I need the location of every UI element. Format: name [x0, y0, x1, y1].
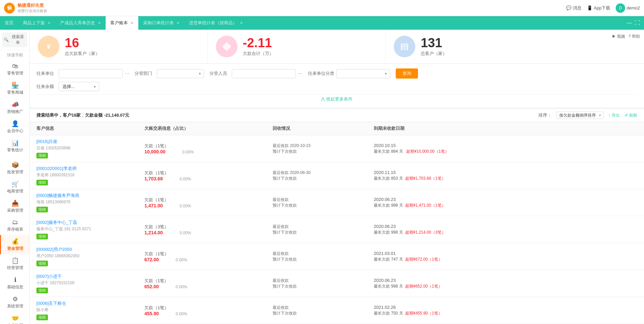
sidebar-item-capital[interactable]: 💰 资金管理 — [0, 235, 29, 254]
debt-amount-3: 1,471.00 — [144, 203, 163, 208]
sidebar-item-retail-mall[interactable]: 🏪 零售商城 — [0, 79, 29, 98]
customer-name-3[interactable]: [0003]畅捷服务尹海燕 — [36, 193, 79, 198]
person-input[interactable] — [232, 69, 296, 78]
sidebar-item-inventory[interactable]: 🗂 库存核算 — [0, 216, 29, 235]
from-unit-input[interactable] — [59, 69, 123, 78]
table-row: [0002]服务中心_丁磊 服务中心_丁磊 181 0125 8371 现销 欠… — [30, 216, 644, 243]
filter-collapse-btn[interactable]: ⋀ 收起更多条件 — [36, 94, 637, 105]
tab-close-product-history[interactable]: ✕ — [98, 21, 101, 25]
customer-name-7[interactable]: [0006]丢下粮仓 — [36, 301, 66, 306]
video-btn[interactable]: ▶ 视频 — [612, 34, 625, 39]
debt-count-4: 欠款（3笔） — [144, 224, 273, 230]
tab-customer-account[interactable]: 客户账本 ✕ — [106, 16, 138, 30]
debt-percent-5: 0.00% — [176, 258, 187, 262]
tag-1: 现销 — [36, 153, 48, 158]
customer-name-4[interactable]: [0002]服务中心_丁磊 — [36, 220, 77, 225]
tab-product-history[interactable]: 产成品入库单历史 ✕ — [55, 16, 106, 30]
svg-marker-1 — [222, 42, 231, 51]
retail-stats-icon: 📊 — [3, 139, 27, 147]
sidebar-item-purchase[interactable]: 📥 采购管理 — [0, 197, 29, 216]
debt-percent-7: 0.00% — [176, 312, 187, 316]
stat-info-total: 131 总客户（家） — [421, 36, 447, 57]
debt-percent-6: 0.00% — [176, 285, 187, 289]
dept-select[interactable] — [157, 69, 204, 78]
overdue-link-6[interactable]: 超期¥652.00（1笔） — [405, 284, 442, 289]
recover-cell-4: 最近收款 预计下次收款 — [273, 224, 374, 235]
tab-import-stats[interactable]: 进货单统计表（按商品） ✕ — [184, 16, 248, 30]
stat-debt-amount: -2.11 欠款合计（万） — [208, 30, 386, 63]
debt-customers-label: 总欠款客户（家） — [65, 51, 100, 57]
sidebar-item-enterprise-coop[interactable]: 🤝 企业协同 — [0, 312, 29, 324]
tab-home[interactable]: 首页 — [0, 16, 18, 30]
tab-close-import-stats[interactable]: ✕ — [240, 21, 243, 25]
sidebar-item-nav: 快捷导航 — [0, 50, 29, 60]
sidebar-item-member[interactable]: 👤 会员中心 — [0, 117, 29, 137]
recover-cell-5: 最近收款 预计下次收款 — [273, 251, 374, 262]
sidebar-search-btn[interactable]: 🔍 搜索菜单 — [2, 32, 27, 47]
help-icon: ? — [628, 34, 631, 39]
sidebar-item-basic-info[interactable]: ℹ 基础信息 — [0, 273, 29, 293]
unit-class-select[interactable] — [336, 69, 390, 78]
col-due-date: 到期未收款日期 — [374, 125, 637, 131]
total-customers-num: 131 — [421, 36, 447, 49]
col-customer-info: 客户信息 — [36, 125, 144, 131]
member-icon: 👤 — [3, 120, 27, 127]
customer-cell-7: [0006]丢下粮仓 陈小希 现销 — [36, 300, 144, 320]
tab-close-customer-account[interactable]: ✕ — [131, 21, 134, 25]
debt-count-7: 欠款（1笔） — [144, 305, 273, 311]
filter-row-2: 往来余额 选择... — [36, 82, 637, 91]
results-bar: 搜索结果中，客户16家，欠款金额 -21,148.07元 排序： 按欠款金额倒序… — [30, 109, 644, 122]
export-btn[interactable]: ↑ 导出 — [608, 113, 620, 118]
user-profile[interactable]: D demo2 — [616, 3, 640, 13]
sidebar-item-retail-mgmt[interactable]: 🛍 零售管理 — [0, 60, 29, 79]
subtitle: 母婴行业演示账套 — [18, 8, 47, 13]
tab-close-purchase-order[interactable]: ✕ — [176, 21, 179, 25]
customer-cell-6: [0007]小进干 小进干 18279152100 现销 — [36, 273, 144, 293]
balance-select[interactable]: 选择... — [59, 82, 99, 91]
sidebar-item-batch-mgmt[interactable]: 📦 批发管理 — [0, 158, 29, 178]
app-download-btn[interactable]: 📱 App下载 — [587, 5, 610, 11]
tag-7: 现销 — [36, 315, 48, 320]
sidebar-item-ecommerce[interactable]: 🛒 电商管理 — [0, 178, 29, 197]
debt-count-2: 欠款（1笔） — [144, 170, 273, 176]
query-btn[interactable]: 查询 — [396, 68, 418, 79]
debt-percent-2: 0.00% — [180, 177, 191, 181]
overdue-link-7[interactable]: 超期¥455.90（1笔） — [405, 311, 442, 316]
help-btn[interactable]: ? 帮助 — [628, 34, 640, 39]
enterprise-coop-icon: 🤝 — [3, 315, 27, 322]
ecommerce-icon: 🛒 — [3, 180, 27, 188]
customer-name-2[interactable]: [0001020001]李老师 — [36, 166, 77, 171]
tab-purchase-order[interactable]: 采购订单统计表 ✕ — [138, 16, 184, 30]
sidebar-item-retail-stats[interactable]: 📊 零售统计 — [0, 137, 29, 156]
customer-name-5[interactable]: [000002]用户2050 — [36, 247, 72, 252]
stat-icon-yuan: ¥ — [38, 36, 59, 57]
overdue-link-1[interactable]: 超期¥10,000.00（1笔） — [406, 149, 449, 154]
sidebar-item-business[interactable]: 📋 经营管理 — [0, 254, 29, 273]
top-right: 💬 消息 📱 App下载 D demo2 — [566, 3, 640, 13]
sidebar-item-system[interactable]: ⚙ 系统管理 — [0, 293, 29, 312]
minimize-icon[interactable]: — — [626, 20, 632, 26]
overdue-link-5[interactable]: 超期¥672.00（1笔） — [405, 257, 442, 262]
overdue-link-3[interactable]: 超期¥1,471.00（1笔） — [405, 203, 446, 208]
filter-dept: 分管部门 — [135, 69, 204, 78]
refresh-btn[interactable]: ↺ 刷新 — [624, 113, 637, 118]
col-debt-info: 欠账交易信息（占比） — [144, 125, 273, 131]
overdue-cell-5: 2021.03.01 最长欠款 747 天超期¥672.00（1笔） — [374, 251, 637, 262]
overdue-link-2[interactable]: 超期¥1,703.68（1笔） — [405, 176, 446, 181]
from-unit-dots[interactable]: ··· — [125, 70, 129, 77]
sidebar-item-marketing[interactable]: 📣 营销推广 — [0, 98, 29, 117]
message-btn[interactable]: 💬 消息 — [566, 5, 582, 11]
sort-label: 排序： — [538, 112, 552, 118]
sort-select[interactable]: 按欠款金额倒序排序 — [556, 112, 604, 119]
maximize-icon[interactable]: ⛶ — [635, 20, 640, 26]
table-row: [0001020001]李老师 李老师 18600391516 现销 欠款（1笔… — [30, 162, 644, 189]
tab-product-status[interactable]: 商品上下架 ✕ — [18, 16, 55, 30]
person-dots[interactable]: ··· — [298, 70, 302, 77]
tab-close-product-status[interactable]: ✕ — [48, 21, 51, 25]
overdue-link-4[interactable]: 超期¥1,214.00（3笔） — [405, 230, 446, 235]
customer-name-1[interactable]: [0016]吕俊 — [36, 139, 57, 144]
purchase-icon: 📥 — [3, 200, 27, 207]
debt-amount-1: 10,000.00 — [144, 149, 165, 154]
customer-name-6[interactable]: [0007]小进干 — [36, 274, 62, 279]
inventory-icon: 🗂 — [3, 219, 27, 226]
